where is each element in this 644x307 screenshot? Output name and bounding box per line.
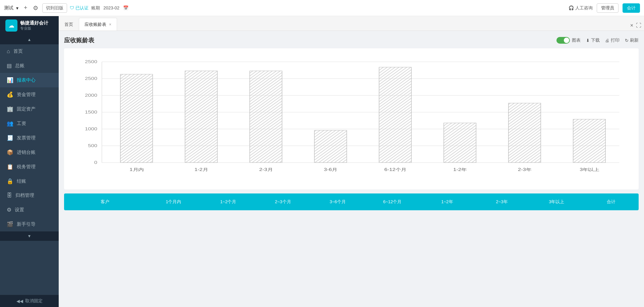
content-area: 首页 应收账龄表 × × ⛶ 应收账龄表 图表 — [59, 16, 644, 307]
sidebar-scroll-up[interactable]: ▲ — [0, 35, 59, 44]
topbar-actions: + ⚙ 切到旧版 🛡 已认证 账期 2023-02 📅 — [22, 3, 128, 13]
svg-text:3-6月: 3-6月 — [324, 167, 337, 172]
svg-text:2-3月: 2-3月 — [259, 167, 273, 172]
sidebar-item-close[interactable]: 🔒 结账 — [0, 174, 59, 188]
page-header: 应收账龄表 图表 ⬇ 下载 🖨 打印 ↻ — [64, 36, 639, 44]
chart-toggle-switch[interactable] — [556, 37, 570, 44]
chart-toggle-label: 图表 — [572, 37, 581, 43]
archive-icon: 🗄 — [7, 192, 12, 199]
guide-icon: 🎬 — [7, 221, 13, 227]
home-icon: ⌂ — [7, 48, 10, 54]
svg-text:1-2年: 1-2年 — [453, 167, 467, 172]
page-title: 应收账龄表 — [64, 36, 94, 44]
funds-icon: 💰 — [7, 91, 13, 98]
settings-button[interactable]: ⚙ — [32, 3, 40, 13]
sidebar-item-tax-label: 税务管理 — [17, 164, 36, 170]
sidebar-item-tax[interactable]: 📋 税务管理 — [0, 160, 59, 174]
col-2-3month: 2~3个月 — [256, 193, 310, 210]
chevron-down-icon: ▾ — [16, 5, 18, 11]
sidebar-item-guide-label: 新手引导 — [17, 221, 36, 227]
sidebar-item-archive[interactable]: 🗄 归档管理 — [0, 188, 59, 203]
sidebar-item-guide[interactable]: 🎬 新手引导 — [0, 217, 59, 231]
headset-icon: 🎧 — [569, 5, 574, 10]
payroll-icon: 👥 — [7, 120, 13, 127]
bar-1月内: 1月内 — [120, 74, 153, 172]
sidebar-item-purchase[interactable]: 📦 进销台账 — [0, 145, 59, 160]
sidebar-item-home[interactable]: ⌂ 首页 — [0, 44, 59, 58]
reports-icon: 📊 — [7, 77, 13, 83]
topbar: 测试 ▾ + ⚙ 切到旧版 🛡 已认证 账期 2023-02 📅 🎧 人工咨询 … — [0, 0, 644, 16]
invoice-icon: 🧾 — [7, 135, 13, 141]
svg-text:2500: 2500 — [85, 59, 97, 64]
svg-text:6-12个月: 6-12个月 — [384, 167, 406, 172]
expand-button[interactable]: ⛶ — [636, 23, 641, 29]
unpin-icon: ◀◀ — [16, 299, 23, 304]
tabs-bar: 首页 应收账龄表 × × ⛶ — [59, 16, 644, 31]
add-company-button[interactable]: + — [22, 3, 29, 13]
tabs-bar-right: × ⛶ — [630, 23, 644, 31]
col-3-6month: 3~6个月 — [310, 193, 365, 210]
assets-icon: 🏢 — [7, 106, 13, 112]
svg-rect-28 — [508, 103, 541, 163]
sidebar-item-ledger[interactable]: ▤ 总账 — [0, 58, 59, 73]
bar-1-2月: 1-2月 — [185, 71, 217, 172]
svg-text:2500: 2500 — [85, 76, 97, 81]
logo-text: 畅捷通好会计 — [20, 20, 48, 26]
support-button[interactable]: 🎧 人工咨询 — [569, 5, 593, 11]
download-button[interactable]: ⬇ 下载 — [586, 37, 600, 43]
sidebar-item-reports-label: 报表中心 — [17, 77, 36, 83]
sidebar-item-assets[interactable]: 🏢 固定资产 — [0, 102, 59, 116]
ledger-icon: ▤ — [7, 62, 12, 69]
svg-text:1000: 1000 — [85, 127, 97, 131]
sidebar-scroll-down[interactable]: ▼ — [0, 231, 59, 241]
svg-rect-26 — [444, 123, 476, 163]
svg-rect-30 — [573, 119, 605, 163]
sidebar-item-payroll-label: 工资 — [17, 121, 26, 127]
company-selector[interactable]: 测试 ▾ — [4, 5, 18, 11]
col-1-2year: 1~2年 — [420, 193, 474, 210]
sidebar-scroll: ▲ ⌂ 首页 ▤ 总账 📊 报表中心 💰 资金管理 🏢 固定资产 — [0, 35, 59, 295]
tab-home[interactable]: 首页 — [59, 18, 79, 31]
chart-toggle[interactable]: 图表 — [556, 37, 581, 44]
company-name: 测试 — [4, 5, 13, 11]
col-6-12month: 6~12个月 — [365, 193, 420, 210]
sidebar-item-settings[interactable]: ⚙ 设置 — [0, 203, 59, 217]
period-label: 账期 2023-02 📅 — [91, 5, 128, 11]
tab-close-icon[interactable]: × — [109, 22, 111, 27]
sidebar-item-settings-label: 设置 — [15, 207, 24, 213]
svg-text:500: 500 — [88, 143, 97, 148]
certified-icon: 🛡 — [70, 5, 74, 10]
admin-button[interactable]: 管理员 — [597, 3, 619, 13]
bar-2-3年: 2-3年 — [508, 103, 541, 172]
bar-6-12月: 6-12个月 — [379, 67, 411, 172]
page-actions: 图表 ⬇ 下载 🖨 打印 ↻ 刷新 — [556, 37, 639, 44]
chart-svg-wrapper: 0 500 1000 1500 2000 2500 2500 — [74, 55, 629, 183]
col-1-2month: 1~2个月 — [201, 193, 256, 210]
sidebar-item-home-label: 首页 — [13, 48, 23, 54]
refresh-icon: ↻ — [625, 38, 629, 43]
sidebar-item-invoice[interactable]: 🧾 发票管理 — [0, 131, 59, 145]
switch-old-version-button[interactable]: 切到旧版 — [42, 3, 67, 13]
role-button[interactable]: 会计 — [623, 3, 640, 13]
tab-receivable-aging[interactable]: 应收账龄表 × — [79, 18, 117, 31]
svg-text:3年以上: 3年以上 — [580, 167, 599, 172]
svg-rect-20 — [250, 71, 282, 163]
main-layout: ☁ 畅捷通好会计 专业版 ▲ ⌂ 首页 ▤ 总账 📊 报表中心 💰 资金管理 — [0, 16, 644, 307]
close-panel-button[interactable]: × — [630, 23, 633, 29]
refresh-button[interactable]: ↻ 刷新 — [625, 37, 639, 43]
sidebar-item-funds[interactable]: 💰 资金管理 — [0, 87, 59, 102]
sidebar-item-invoice-label: 发票管理 — [17, 135, 36, 141]
chart-svg: 0 500 1000 1500 2000 2500 2500 — [74, 55, 629, 183]
cancel-fixed-button[interactable]: ◀◀ 取消固定 — [0, 295, 59, 307]
sidebar-item-payroll[interactable]: 👥 工资 — [0, 116, 59, 131]
svg-text:1-2月: 1-2月 — [195, 167, 208, 172]
bar-3年以上: 3年以上 — [573, 119, 605, 172]
sidebar: ☁ 畅捷通好会计 专业版 ▲ ⌂ 首页 ▤ 总账 📊 报表中心 💰 资金管理 — [0, 16, 59, 307]
sidebar-item-assets-label: 固定资产 — [17, 106, 36, 112]
sidebar-item-reports[interactable]: 📊 报表中心 — [0, 73, 59, 87]
svg-rect-22 — [314, 130, 346, 163]
print-button[interactable]: 🖨 打印 — [605, 37, 620, 43]
calendar-icon[interactable]: 📅 — [123, 5, 128, 10]
svg-rect-24 — [379, 67, 411, 163]
svg-text:1500: 1500 — [85, 110, 97, 114]
